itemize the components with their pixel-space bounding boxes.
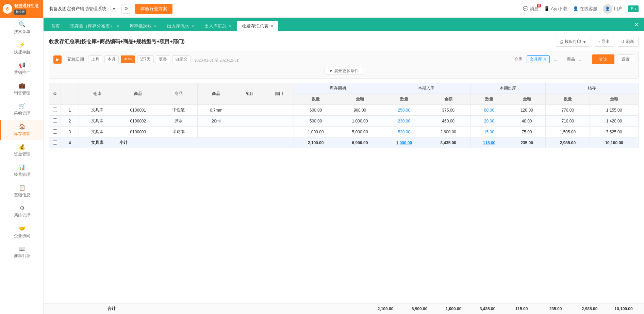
sidebar-item-system[interactable]: ⚙ 系统管理 xyxy=(0,201,43,222)
cell-checkbox-1[interactable] xyxy=(49,116,61,127)
online-service-btn[interactable]: 👤 在线客服 xyxy=(573,6,597,12)
tab-recv-send[interactable]: 收发存汇总表✕ xyxy=(237,21,278,31)
message-btn[interactable]: 💬 消息 6 xyxy=(523,6,539,12)
cell-out-qty-1[interactable]: 20.00 xyxy=(470,116,508,127)
cell-checkbox-0[interactable] xyxy=(49,105,61,116)
cell-in-qty-2[interactable]: 520.00 xyxy=(382,127,426,137)
sidebar-item-operations[interactable]: 📊 经营管理 xyxy=(0,161,43,181)
sidebar-label-basic: 基础信息 xyxy=(14,192,30,198)
col-dept-header: 部门 xyxy=(264,83,294,105)
tab-close-summary-inout[interactable]: ✕ xyxy=(229,24,232,29)
user-avatar: 👤 xyxy=(603,4,612,14)
filter-settings-btn[interactable]: 设置 xyxy=(617,54,634,64)
message-icon: 💬 xyxy=(523,6,528,11)
inventory-icon: 🏠 xyxy=(19,123,26,130)
cell-open-qty-1: 500.00 xyxy=(294,116,338,127)
sub-in-amt: 金额 xyxy=(426,94,470,105)
date-btn-this-month[interactable]: 本月 xyxy=(104,55,119,63)
footer-total-val-5: 235.00 xyxy=(539,307,573,311)
tab-label-batch: 库存批次账 xyxy=(130,23,152,29)
col-open-header: 库存期初 xyxy=(294,83,382,94)
tab-close-flow[interactable]: ✕ xyxy=(191,24,194,29)
date-btn-more[interactable]: 更多 xyxy=(156,55,170,63)
export-btn[interactable]: ↑ 导出 xyxy=(594,37,614,47)
subtotal-checkbox[interactable] xyxy=(49,137,61,148)
subtotal-row: 4 文具库 小计 2,100.00 6,900.00 1,000.00 3,43… xyxy=(49,137,639,148)
query-btn[interactable]: 查询 xyxy=(592,54,614,64)
cell-in-amt-2: 2,600.00 xyxy=(426,127,470,137)
system-title: 装备及固定资产辅助管理系统 xyxy=(49,6,106,12)
footer-total-val-2: 1,000.00 xyxy=(436,307,470,311)
warehouse-ellipsis[interactable]: ... xyxy=(554,57,557,62)
sidebar-item-sales[interactable]: 💼 销售管理 xyxy=(0,79,43,99)
date-btn-this-year[interactable]: 本年 xyxy=(121,55,135,63)
subtotal-checkbox-input[interactable] xyxy=(53,140,57,145)
row-checkbox-0[interactable] xyxy=(53,108,57,112)
cell-project-1 xyxy=(235,116,264,127)
refresh-btn[interactable]: ↺ 刷新 xyxy=(617,37,639,47)
expand-icon: ▼ xyxy=(329,69,333,73)
tabbar-close-btn[interactable]: ✕ xyxy=(631,20,641,29)
cell-bal-amt-1: 1,420.00 xyxy=(590,116,639,127)
sidebar-label-quick: 快捷导航 xyxy=(14,49,30,55)
system-icon: ⚙ xyxy=(20,205,24,211)
tab-label-summary-inout: 出入库汇总 xyxy=(204,23,227,29)
basic-icon: 📋 xyxy=(19,184,26,191)
cell-out-qty-2[interactable]: 15.00 xyxy=(470,127,508,137)
date-btn-7days[interactable]: 近7天 xyxy=(137,55,154,63)
cell-checkbox-2[interactable] xyxy=(49,127,61,137)
user-menu[interactable]: 👤 用户 xyxy=(603,4,623,14)
row-checkbox-1[interactable] xyxy=(53,118,57,123)
cell-num-2: 3 xyxy=(61,127,79,137)
app-download-btn[interactable]: 📱 App下载 xyxy=(544,6,567,12)
cell-out-qty-0[interactable]: 80.00 xyxy=(470,105,508,116)
sidebar-item-finance[interactable]: 💰 资金管理 xyxy=(0,140,43,161)
sidebar-item-guide[interactable]: 📖 新手引导 xyxy=(0,242,43,263)
sidebar-item-inventory[interactable]: 🏠 库存核算 xyxy=(0,120,43,140)
filter-bar: ▶ 记账日期 上月 本月 本年 近7天 更多 自定义 2023-01-01 至 … xyxy=(49,51,639,79)
print-btn[interactable]: 🖨 模板打印 ▼ xyxy=(555,37,591,47)
tab-batch[interactable]: 库存批次账✕ xyxy=(125,21,162,31)
tab-close-stock-dist[interactable]: ✕ xyxy=(116,24,119,29)
settings-btn[interactable]: ⚙ xyxy=(121,4,131,14)
search-icon: 🔍 xyxy=(19,21,26,28)
page-content: 收发存汇总表(按仓库+商品编码+商品+规格型号+项目+部门) 🖨 模板打印 ▼ … xyxy=(44,31,644,303)
sidebar-item-search[interactable]: 🔍 搜索菜单 xyxy=(0,18,43,38)
footer-total-bar: 合计 2,100.006,900.001,000.003,435.00115.0… xyxy=(44,303,644,314)
tab-home[interactable]: 首页 xyxy=(46,21,65,31)
filter-toggle[interactable]: ▶ xyxy=(53,55,62,64)
cell-code-1: 0100002 xyxy=(116,116,160,127)
system-select-arrow[interactable]: ▼ xyxy=(111,6,117,12)
tab-summary-inout[interactable]: 出入库汇总✕ xyxy=(200,21,236,31)
subtotal-num: 4 xyxy=(61,137,79,148)
topbar: 装备及固定资产辅助管理系统 ▼ ⚙ 体验行业方案 💬 消息 6 📱 App下载 … xyxy=(44,0,644,18)
date-btn-custom[interactable]: 自定义 xyxy=(172,55,191,63)
sidebar-item-marketing[interactable]: 📢 营销推广 xyxy=(0,59,43,79)
tab-close-recv-send[interactable]: ✕ xyxy=(270,24,274,29)
sidebar-label-guide: 新手引导 xyxy=(14,253,30,259)
trial-btn[interactable]: 体验行业方案 xyxy=(135,4,172,14)
tab-close-batch[interactable]: ✕ xyxy=(154,24,157,29)
cell-in-qty-0[interactable]: 250.00 xyxy=(382,105,426,116)
tab-label-home: 首页 xyxy=(51,23,60,29)
tab-stock-dist[interactable]: 现存量（库存分布表）✕ xyxy=(65,21,124,31)
row-checkbox-2[interactable] xyxy=(53,129,57,134)
cell-open-amt-0: 900.00 xyxy=(338,105,382,116)
col-settings-btn[interactable]: ⚙ xyxy=(49,83,61,105)
sidebar-item-purchase[interactable]: 🛒 采购管理 xyxy=(0,99,43,120)
sidebar-label-sales: 销售管理 xyxy=(14,90,30,96)
sidebar-item-collab[interactable]: 🤝 企业协同 xyxy=(0,222,43,242)
expand-btn[interactable]: ▼ 展开更多条件 xyxy=(325,67,363,75)
subtotal-bal-amt: 10,100.00 xyxy=(590,137,639,148)
tabbar: 首页现存量（库存分布表）✕库存批次账✕出入库流水✕出入库汇总✕收发存汇总表✕ ✕ xyxy=(44,18,644,31)
tab-flow[interactable]: 出入库流水✕ xyxy=(162,21,199,31)
footer-total-val-0: 2,100.00 xyxy=(368,307,402,311)
cell-in-qty-1[interactable]: 230.00 xyxy=(382,116,426,127)
sidebar-item-basic[interactable]: 📋 基础信息 xyxy=(0,181,43,201)
goods-ellipsis[interactable]: ... xyxy=(579,57,582,62)
sidebar-item-quick[interactable]: ⚡ 快捷导航 xyxy=(0,38,43,59)
cell-bal-qty-2: 1,505.00 xyxy=(546,127,590,137)
cell-out-amt-1: 40.00 xyxy=(508,116,546,127)
date-btn-prev-month[interactable]: 上月 xyxy=(88,55,102,63)
warehouse-tag-remove[interactable]: ✕ xyxy=(543,57,547,62)
